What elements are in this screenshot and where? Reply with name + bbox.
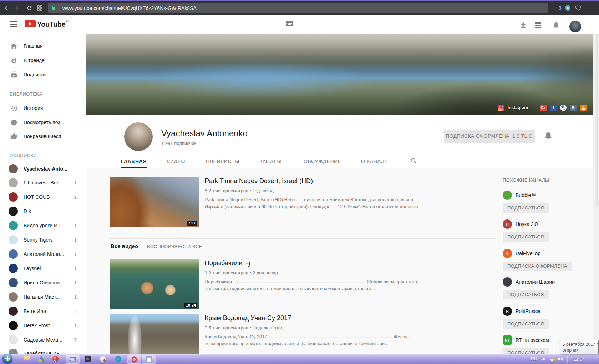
notifications-icon[interactable] xyxy=(552,21,560,30)
odnoklassniki-icon[interactable] xyxy=(580,105,587,111)
new-videos-count: 1 xyxy=(74,323,77,328)
subscribed-button[interactable]: ПОДПИСКА ОФОРМЛЕНА xyxy=(503,262,572,271)
scrollbar-thumb[interactable] xyxy=(594,22,598,206)
channel-search-icon[interactable] xyxy=(410,157,417,166)
sidebar-item-subscriptions[interactable]: Подписки xyxy=(0,67,86,82)
sidebar-subscription[interactable]: Fibo invest. Вол... 1 xyxy=(0,176,86,189)
sidebar-subscription[interactable]: Derek Frost 1 xyxy=(0,319,86,332)
ccleaner-icon[interactable] xyxy=(52,356,59,362)
sidebar-divider xyxy=(0,85,86,85)
related-channel[interactable]: H Наука 2.0 xyxy=(503,219,538,229)
apps-icon[interactable] xyxy=(535,22,541,28)
sidebar-item-label: Посмотреть поз... xyxy=(24,120,64,125)
reader-icon[interactable] xyxy=(100,356,106,362)
sidebar-subscription[interactable]: Анатолий Мало... 1 xyxy=(0,247,86,261)
sidebar-divider xyxy=(0,147,86,147)
channel-avatar xyxy=(503,191,512,200)
website-icon[interactable] xyxy=(560,105,567,111)
featured-video-meta: 6,2 тыс. просмотров • Год назад xyxy=(205,188,274,193)
url-bar[interactable]: www.youtube.com/channel/UCvqUXT6z2Y6Nk-G… xyxy=(48,3,548,13)
instagram-label[interactable]: Instagram xyxy=(508,105,528,110)
notification-bell-icon[interactable] xyxy=(544,131,553,141)
refresh-icon[interactable] xyxy=(26,5,32,12)
hidden-icons-arrow[interactable] xyxy=(542,358,545,360)
featured-video-thumbnail[interactable]: 7:11 xyxy=(110,177,199,227)
related-channel[interactable]: Анатолий Шарий xyxy=(503,277,555,287)
google-drive-icon[interactable] xyxy=(38,356,45,362)
forward-icon[interactable]: › xyxy=(16,2,18,13)
gplus-icon[interactable]: G+ xyxy=(540,105,547,111)
featured-video-title[interactable]: Park Timna Negev Desert, Israel (HD) xyxy=(205,177,313,185)
onscreen-keyboard-icon[interactable] xyxy=(66,355,80,364)
vk-icon[interactable]: В xyxy=(570,105,577,111)
sidebar-subscription[interactable]: Ирина Овчинни... 1 xyxy=(0,276,86,289)
youtube-logo-text[interactable]: YouTube xyxy=(37,20,65,29)
keyboard-icon[interactable] xyxy=(285,20,294,28)
menu-icon[interactable] xyxy=(10,21,17,29)
channel-name: Derek Frost xyxy=(24,323,50,328)
user-avatar[interactable] xyxy=(569,21,581,32)
subscribe-button[interactable]: ПОДПИСАТЬСЯ xyxy=(503,232,549,242)
heart-icon[interactable] xyxy=(574,4,582,13)
upload-icon[interactable] xyxy=(519,21,527,31)
subscribe-button[interactable]: ПОДПИСАТЬСЯ xyxy=(503,290,549,299)
zona-icon[interactable]: Z xyxy=(115,356,121,362)
volume-icon[interactable] xyxy=(557,356,563,363)
sidebar-subscription[interactable]: Видео уроки ИТ 1 xyxy=(0,219,86,232)
instagram-icon[interactable] xyxy=(498,105,504,111)
url-text[interactable]: www.youtube.com/channel/UCvqUXT6z2Y6Nk-G… xyxy=(62,5,197,11)
sidebar-item-label: Подписки xyxy=(24,72,46,77)
sidebar-item-trending[interactable]: В тренде xyxy=(0,53,86,67)
subscribe-button[interactable]: ПОДПИСАТЬСЯ xyxy=(503,319,549,329)
tab-home[interactable]: ГЛАВНАЯ xyxy=(121,158,147,164)
tab-discussion[interactable]: ОБСУЖДЕНИЕ xyxy=(304,158,341,164)
video-title[interactable]: Порыбачили :-) xyxy=(205,259,250,267)
shield-x-icon[interactable] xyxy=(564,4,571,13)
liked-icon xyxy=(10,133,18,140)
network-icon[interactable] xyxy=(549,356,555,363)
related-channel[interactable]: R PolitRussia xyxy=(503,307,540,316)
sidebar-subscription[interactable]: Наталья Маст... 1 xyxy=(0,290,86,304)
tab-channels[interactable]: КАНАЛЫ xyxy=(259,158,281,164)
channel-avatar xyxy=(9,249,18,259)
sidebar-subscription[interactable]: HOT COUB 1 xyxy=(0,190,86,204)
video-thumbnail[interactable]: 10:24 xyxy=(110,259,199,309)
related-channel[interactable]: Bubble™ xyxy=(503,191,536,200)
tiles-icon[interactable] xyxy=(37,5,42,12)
tab-videos[interactable]: ВИДЕО xyxy=(167,158,185,164)
channel-avatar-large[interactable] xyxy=(124,122,153,151)
clock[interactable]: 11:04 xyxy=(574,357,585,362)
sidebar-subscription[interactable]: Быть Или 2 xyxy=(0,304,86,318)
tab-about[interactable]: О КАНАЛЕ xyxy=(361,158,388,164)
sidebar-item-liked[interactable]: Понравившиеся xyxy=(0,129,86,143)
world-of-tanks-icon[interactable] xyxy=(85,356,91,362)
related-channel[interactable]: RT RT на русском xyxy=(503,335,549,345)
sidebar-subscription[interactable]: Sunny Tigers 1 xyxy=(0,233,86,247)
channel-avatar xyxy=(9,207,18,216)
subscribe-button[interactable]: ПОДПИСАТЬСЯ xyxy=(503,203,549,213)
new-videos-count: 1 xyxy=(74,180,77,186)
library-header: БИБЛИОТЕКА xyxy=(10,91,42,97)
related-channel[interactable]: 5 DaiFiveTop xyxy=(503,249,540,258)
youtube-header: YouTube UA xyxy=(0,15,599,34)
opera-icon[interactable] xyxy=(127,355,141,364)
sidebar-item-watch-later[interactable]: Посмотреть поз... xyxy=(0,115,86,130)
subscribed-button[interactable]: ПОДПИСКА ОФОРМЛЕНА 1,9 ТЫС. xyxy=(444,130,535,143)
sidebar-subscription[interactable]: Laysnel 1 xyxy=(0,262,86,275)
sidebar-subscription[interactable]: Садовые Меха... 7 xyxy=(0,333,86,347)
tab-playlists[interactable]: ПЛЕЙЛИСТЫ xyxy=(206,158,239,164)
notepad-icon[interactable] xyxy=(142,355,156,364)
new-videos-count: 1 xyxy=(74,223,77,228)
sidebar-item-history[interactable]: История xyxy=(0,101,86,115)
play-all-button[interactable]: ВОСПРОИЗВЕСТИ ВСЕ xyxy=(147,244,202,249)
video-title[interactable]: Крым Водопад Учан-Су 2017 xyxy=(205,314,291,322)
facebook-icon[interactable]: f xyxy=(550,105,557,111)
back-icon[interactable]: ‹ xyxy=(5,2,7,13)
sidebar-subscription[interactable]: Vyacheslav Anto... xyxy=(0,162,86,176)
youtube-logo-icon[interactable] xyxy=(25,20,36,27)
explorer-icon[interactable] xyxy=(24,356,30,360)
sidebar-subscription[interactable]: D k xyxy=(0,204,86,218)
sidebar-item-home[interactable]: Главная xyxy=(0,39,86,53)
language-indicator[interactable]: RU xyxy=(531,357,537,362)
windows-start-icon[interactable] xyxy=(2,354,12,364)
